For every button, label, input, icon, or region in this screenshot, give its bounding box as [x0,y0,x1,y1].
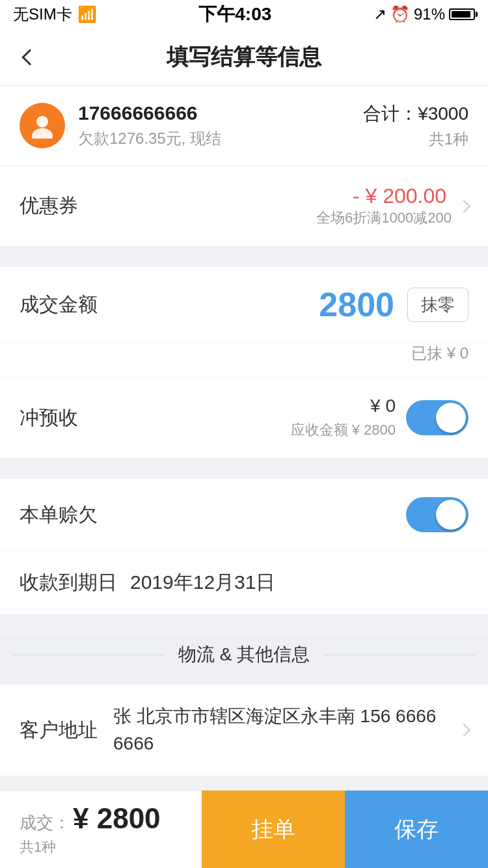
address-label: 客户地址 [20,717,98,744]
back-button[interactable] [0,29,52,86]
hold-button[interactable]: 挂单 [202,791,345,869]
battery-icon [449,8,475,20]
total-sub: 共1种 [363,129,468,150]
prepay-amount: ¥ 0 [370,396,396,416]
location-icon: ↗ [373,5,386,23]
coupon-right: - ¥ 200.00 全场6折满1000减200 [316,184,468,228]
carrier-text: 无SIM卡 [13,4,72,25]
divider-line-right [323,655,475,655]
amount-right: 2800 抹零 [319,285,468,324]
customer-phone: 17666666666 [78,102,363,124]
svg-point-0 [36,116,48,128]
coupon-row[interactable]: 优惠券 - ¥ 200.00 全场6折满1000减200 [0,165,488,246]
separator-4 [0,674,488,685]
battery-fill [452,11,470,18]
bottom-summary: 成交： ¥ 2800 共1种 [0,802,202,857]
coupon-label: 优惠券 [20,193,78,219]
deal-amount-row: 成交金额 2800 抹零 已抹 ¥ 0 [0,267,488,377]
prepay-row: 冲预收 ¥ 0 应收金额 ¥ 2800 [0,377,488,458]
address-chevron-icon [457,724,470,737]
customer-row: 17666666666 欠款1276.35元, 现结 合计：¥3000 共1种 [0,86,488,165]
back-arrow-icon [21,49,38,65]
due-date-value: 2019年12月31日 [130,569,275,596]
total-amount: 合计：¥3000 [363,102,468,126]
bottom-count: 共1种 [20,837,182,857]
save-button[interactable]: 保存 [345,791,488,869]
alarm-icon: ⏰ [390,5,410,23]
debt-toggle-knob [436,500,466,530]
separator-2 [0,468,488,479]
separator-1 [0,256,488,267]
separator-3 [0,625,488,635]
bottom-amount: ¥ 2800 [73,802,161,835]
prepay-info: 冲预收 [20,405,78,431]
prepay-toggle-knob [436,403,466,433]
coupon-chevron-icon [457,200,470,213]
bottom-bar: 成交： ¥ 2800 共1种 挂单 保存 [0,790,488,868]
section-divider-text: 物流 & 其他信息 [178,642,310,667]
prepay-label: 冲预收 [20,405,78,431]
deal-amount-sub: 已抹 ¥ 0 [411,343,468,364]
address-value: 张 北京市市辖区海淀区永丰南 156 6666 6666 [113,703,452,757]
page-title: 填写结算等信息 [167,42,321,72]
customer-total: 合计：¥3000 共1种 [363,102,468,150]
status-left: 无SIM卡 📶 [13,4,97,25]
debt-toggle-row: 本单赊欠 [0,479,488,550]
due-date-label: 收款到期日 [20,569,117,596]
address-card: 客户地址 张 北京市市辖区海淀区永丰南 156 6666 6666 [0,685,488,776]
svg-point-1 [32,128,53,139]
avatar [20,103,65,148]
round-zero-button[interactable]: 抹零 [407,288,468,322]
nav-bar: 填写结算等信息 [0,29,488,86]
battery-percent: 91% [414,5,445,23]
deal-amount-card: 成交金额 2800 抹零 已抹 ¥ 0 冲预收 ¥ 0 应收金额 ¥ 2800 [0,267,488,458]
prepay-toggle[interactable] [406,400,468,435]
customer-info: 17666666666 欠款1276.35元, 现结 [78,102,363,149]
section-divider: 物流 & 其他信息 [0,635,488,674]
wifi-icon: 📶 [77,5,97,23]
avatar-icon [29,113,55,139]
amount-main-row: 成交金额 2800 抹零 [0,267,488,343]
deal-amount-number: 2800 [319,285,394,324]
prepay-amount-sub: 应收金额 ¥ 2800 [291,420,396,440]
status-right: ↗ ⏰ 91% [373,5,475,23]
coupon-discount: - ¥ 200.00 [316,184,446,208]
status-bar: 无SIM卡 📶 下午4:03 ↗ ⏰ 91% [0,0,488,29]
divider-line-left [13,655,165,655]
main-content: 17666666666 欠款1276.35元, 现结 合计：¥3000 共1种 … [0,86,488,868]
address-row[interactable]: 客户地址 张 北京市市辖区海淀区永丰南 156 6666 6666 [0,685,488,776]
customer-sub: 欠款1276.35元, 现结 [78,128,363,149]
debt-toggle-label: 本单赊欠 [20,502,396,528]
due-date-row: 收款到期日 2019年12月31日 [0,550,488,614]
bottom-deal-label: 成交： [20,811,70,834]
debt-card: 本单赊欠 收款到期日 2019年12月31日 [0,479,488,614]
status-time: 下午4:03 [198,2,271,27]
customer-card: 17666666666 欠款1276.35元, 现结 合计：¥3000 共1种 … [0,86,488,246]
debt-toggle[interactable] [406,497,468,532]
prepay-right: ¥ 0 应收金额 ¥ 2800 [291,396,396,440]
deal-amount-sub-row: 已抹 ¥ 0 [0,343,488,377]
deal-amount-label: 成交金额 [20,292,98,318]
coupon-desc: 全场6折满1000减200 [316,208,452,228]
